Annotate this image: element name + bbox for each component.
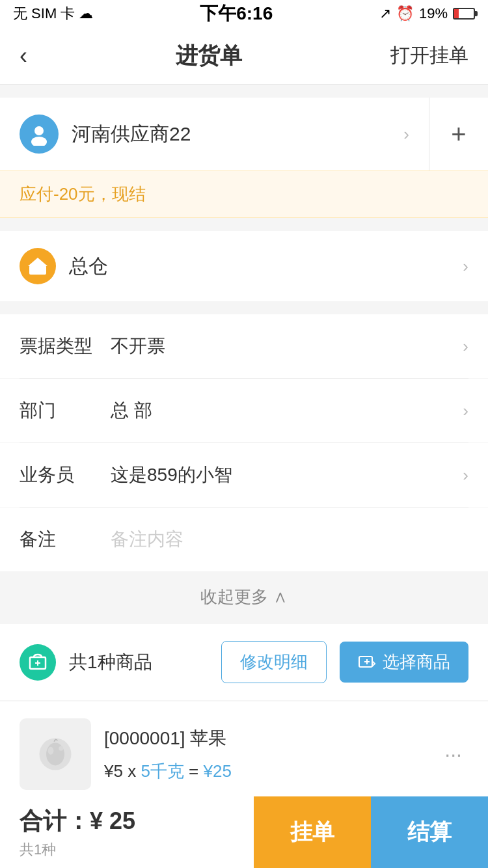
department-chevron-icon: › [463,401,468,421]
product-equals: = [189,761,203,781]
warehouse-name: 总仓 [69,253,450,280]
department-value: 总 部 [111,398,450,423]
products-header: 共1种商品 修改明细 选择商品 [0,624,488,700]
product-item: [0000001] 苹果 ¥5 x 5千克 = ¥25 ··· [0,701,488,807]
battery-icon [453,8,475,20]
add-supplier-button[interactable]: + [429,98,488,170]
remark-row[interactable]: 备注 备注内容 [0,508,488,571]
gap-1 [0,85,488,98]
notice-bar: 应付-20元，现结 [0,170,488,218]
product-more-button[interactable]: ··· [438,736,468,773]
product-info: [0000001] 苹果 ¥5 x 5千克 = ¥25 [104,726,425,783]
open-pending-button[interactable]: 打开挂单 [390,42,468,69]
total-amount-row: 合计：¥ 25 [20,806,234,837]
page-title: 进货单 [176,41,242,71]
edit-detail-button[interactable]: 修改明细 [221,641,327,683]
location-icon: ↗ [379,5,391,22]
status-left: 无 SIM 卡 ☁ [13,4,93,23]
sim-label: 无 SIM 卡 ☁ [13,4,93,23]
supplier-chevron-icon: › [403,124,409,144]
remark-input[interactable]: 备注内容 [111,527,468,552]
total-count: 共1种 [20,840,234,860]
svg-point-0 [34,126,44,135]
svg-point-1 [31,137,47,146]
warehouse-icon [20,248,56,284]
salesperson-chevron-icon: › [463,465,468,485]
total-amount: ¥ 25 [90,807,135,834]
department-label: 部门 [20,398,98,423]
total-label: 合计： [20,807,90,834]
warehouse-chevron-icon: › [463,256,468,277]
battery-label: 19% [419,5,448,22]
supplier-selector[interactable]: 河南供应商22 › [0,98,429,170]
products-icon [20,644,56,681]
nav-bar: ‹ 进货单 打开挂单 [0,27,488,85]
gap-2 [0,218,488,231]
form-section: 票据类型 不开票 › 部门 总 部 › 业务员 这是859的小智 › 备注 备注… [0,314,488,571]
product-subtotal: ¥25 [204,761,232,781]
invoice-type-value: 不开票 [111,334,450,359]
product-price-row: ¥5 x 5千克 = ¥25 [104,760,425,783]
svg-rect-2 [29,265,46,275]
supplier-name: 河南供应商22 [72,121,390,148]
svg-point-11 [46,743,64,766]
alarm-icon: ⏰ [396,5,414,22]
products-count: 共1种商品 [69,650,208,675]
department-row[interactable]: 部门 总 部 › [0,379,488,442]
supplier-avatar [20,115,59,154]
status-time: 下午6:16 [200,1,273,26]
product-thumbnail [20,718,91,790]
checkout-button[interactable]: 结算 [371,796,488,868]
collapse-bar[interactable]: 收起更多 ∧ [0,571,488,623]
salesperson-value: 这是859的小智 [111,463,450,487]
total-section: 合计：¥ 25 共1种 [0,796,254,868]
svg-point-13 [59,746,63,751]
invoice-type-row[interactable]: 票据类型 不开票 › [0,314,488,378]
salesperson-row[interactable]: 业务员 这是859的小智 › [0,443,488,507]
remark-label: 备注 [20,527,98,552]
select-product-button[interactable]: 选择商品 [340,642,468,683]
product-unit-price: ¥5 x [104,761,141,781]
gap-3 [0,301,488,314]
status-bar: 无 SIM 卡 ☁ 下午6:16 ↗ ⏰ 19% [0,0,488,27]
bottom-bar: 合计：¥ 25 共1种 挂单 结算 [0,796,488,868]
invoice-type-chevron-icon: › [463,336,468,357]
svg-point-12 [48,747,54,755]
back-button[interactable]: ‹ [20,42,27,70]
supplier-section: 河南供应商22 › + [0,98,488,170]
product-name: [0000001] 苹果 [104,726,425,751]
warehouse-row[interactable]: 总仓 › [0,231,488,301]
status-right: ↗ ⏰ 19% [379,5,475,22]
select-product-label: 选择商品 [383,651,450,673]
suspend-button[interactable]: 挂单 [254,796,371,868]
product-quantity: 5千克 [141,761,183,781]
invoice-type-label: 票据类型 [20,334,98,359]
svg-marker-3 [28,258,47,266]
salesperson-label: 业务员 [20,463,98,487]
